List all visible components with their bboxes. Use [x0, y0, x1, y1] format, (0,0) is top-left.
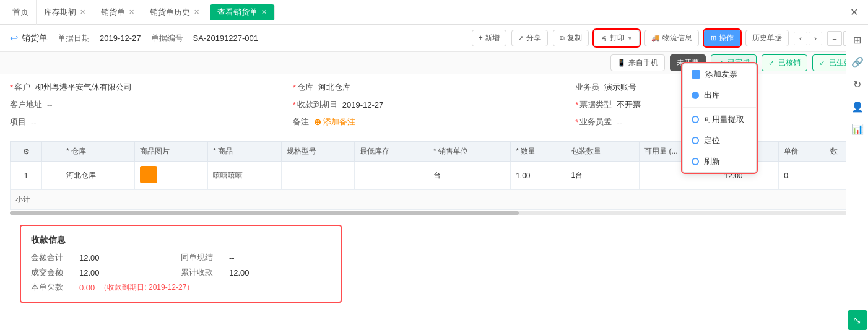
tab-history-label: 销货单历史 [150, 7, 190, 18]
sidebar-user-icon[interactable]: 👤 [848, 97, 867, 116]
out-warehouse-icon [692, 92, 699, 99]
copy-button[interactable]: ⧉ 复制 [553, 30, 589, 46]
from-phone-btn[interactable]: 📱 来自手机 [610, 54, 665, 71]
th-product-image: 商品图片 [134, 142, 208, 162]
payment-title: 收款信息 [31, 235, 331, 246]
logistics-button[interactable]: 🚚 物流信息 [644, 30, 699, 46]
td-product-image [134, 162, 208, 190]
voided-btn[interactable]: ✓ 已核销 [762, 54, 807, 71]
sidebar-grid-icon[interactable]: ⊞ [848, 30, 867, 50]
sp2-required: * [575, 118, 578, 127]
sidebar-expand-icon[interactable]: ⤡ [848, 310, 867, 330]
dropdown-divider [683, 107, 756, 108]
doc-title-group: ↩ 销货单 [10, 32, 48, 44]
nav-arrows: ‹ › [794, 32, 822, 45]
payment-cumulative-row: 累计收款 12.00 [181, 267, 331, 278]
tab-sales-order[interactable]: 销货单 ✕ [93, 0, 142, 25]
operate-dropdown: 添加发票 出库 可用量提取 定位 刷新 [682, 63, 757, 173]
print-button[interactable]: 🖨 打印 ▼ [594, 30, 640, 46]
table-scrollbar[interactable] [10, 211, 858, 215]
available-qty-label: 可用量提取 [704, 114, 744, 125]
payment-same-order-row: 同单现结 -- [181, 252, 331, 263]
transaction-value: 12.00 [79, 268, 100, 277]
product-image-thumbnail [140, 166, 157, 183]
date-value: 2019-12-27 [100, 33, 141, 43]
customer-label: 客户 [14, 82, 30, 93]
locate-label: 定位 [704, 135, 720, 146]
global-close-button[interactable]: ✕ [845, 6, 863, 18]
project-field: 项目 -- [10, 116, 293, 128]
next-arrow[interactable]: › [809, 32, 822, 45]
payment-date-required: * [293, 100, 296, 110]
share-label: 分享 [526, 33, 541, 43]
td-spec [281, 162, 355, 190]
th-pack-qty: 包装数量 [566, 142, 640, 162]
ticket-required: * [575, 100, 578, 110]
th-product: * 商品 [208, 142, 282, 162]
add-note-plus: ⊕ [314, 117, 321, 127]
tab-history-close[interactable]: ✕ [194, 8, 199, 16]
history-button[interactable]: 历史单据 [745, 30, 789, 46]
th-row-num [42, 142, 61, 162]
tab-view-sales[interactable]: 查看销货单 ✕ [210, 4, 275, 20]
sp2-value: -- [617, 118, 622, 127]
sidebar-refresh-icon[interactable]: ↻ [848, 74, 867, 94]
dropdown-available-qty[interactable]: 可用量提取 [683, 109, 756, 130]
transaction-label: 成交金额 [31, 267, 74, 278]
address-value: -- [47, 100, 53, 110]
total-value: 12.00 [79, 253, 100, 263]
payment-date-label: 收款到期日 [297, 99, 337, 110]
payment-date-field: * 收款到期日 2019-12-27 [293, 99, 576, 110]
from-phone-label: 来自手机 [628, 58, 658, 68]
warehouse-label: 仓库 [297, 82, 313, 93]
salesperson-label: 业务员 [575, 82, 599, 93]
dropdown-refresh[interactable]: 刷新 [683, 151, 756, 172]
refresh-icon [692, 158, 699, 165]
th-gear[interactable]: ⚙ [11, 142, 42, 162]
warehouse-value[interactable]: 河北仓库 [318, 82, 350, 93]
payment-date-value[interactable]: 2019-12-27 [342, 100, 384, 110]
sidebar-link-icon[interactable]: 🔗 [848, 52, 867, 72]
due-label: 本单欠款 [31, 282, 74, 293]
locate-icon [692, 137, 699, 144]
copy-label: 复制 [567, 33, 582, 43]
sidebar-chart-icon[interactable]: 📊 [848, 119, 867, 139]
dropdown-add-invoice[interactable]: 添加发票 [683, 64, 756, 85]
dropdown-out-warehouse[interactable]: 出库 [683, 85, 756, 106]
project-label: 项目 [10, 116, 26, 128]
date-label: 单据日期 [58, 33, 90, 44]
add-note-text: 添加备注 [323, 116, 355, 128]
ticket-value: 不开票 [617, 99, 641, 110]
tab-home[interactable]: 首页 [5, 0, 37, 25]
th-price: 单价 [779, 142, 825, 162]
tab-view-close[interactable]: ✕ [261, 8, 267, 16]
customer-value[interactable]: 柳州粤港平安气体有限公司 [35, 82, 132, 93]
tab-sales-close[interactable]: ✕ [129, 8, 134, 16]
subtotal-row: 小计 [11, 190, 858, 210]
new-button[interactable]: + 新增 [472, 30, 506, 46]
add-invoice-label: 添加发票 [705, 69, 737, 80]
tab-sales-label: 销货单 [101, 7, 125, 18]
td-row-index [42, 162, 61, 190]
tab-inventory-close[interactable]: ✕ [80, 8, 85, 16]
print-label: 打印 [610, 33, 625, 43]
td-pack-qty: 1台 [566, 162, 640, 190]
operate-label: 操作 [719, 33, 734, 43]
tab-sales-history[interactable]: 销货单历史 ✕ [142, 0, 207, 25]
same-order-label: 同单现结 [181, 252, 224, 263]
list-view-icon[interactable]: ≡ [827, 31, 842, 46]
td-row-num: 1 [11, 162, 42, 190]
dropdown-locate[interactable]: 定位 [683, 130, 756, 151]
add-note-button[interactable]: ⊕ 添加备注 [314, 116, 355, 128]
prev-arrow[interactable]: ‹ [794, 32, 807, 45]
tab-inventory-label: 库存期初 [44, 7, 76, 18]
tab-home-label: 首页 [12, 7, 28, 18]
tab-inventory-init[interactable]: 库存期初 ✕ [37, 0, 93, 25]
note-label: 备注 [293, 116, 309, 128]
share-button[interactable]: ↗ 分享 [511, 30, 548, 46]
doc-header: ↩ 销货单 单据日期 2019-12-27 单据编号 SA-20191227-0… [0, 25, 868, 52]
customer-field: * 客户 柳州粤港平安气体有限公司 [10, 82, 293, 93]
add-invoice-icon [692, 70, 700, 79]
operate-button[interactable]: ⊞ 操作 [704, 30, 740, 46]
payment-section: 收款信息 金额合计 12.00 同单现结 -- 成交金额 12.00 累计收款 … [20, 225, 342, 303]
